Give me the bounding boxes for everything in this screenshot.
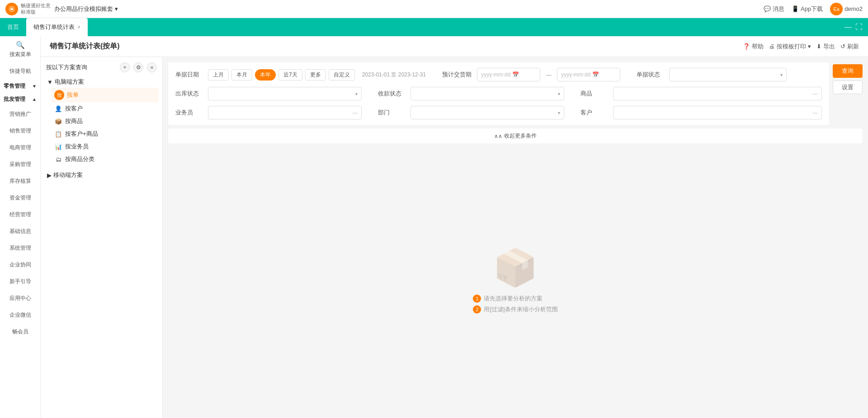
sidebar-item-purchase[interactable]: 采购管理 — [0, 156, 40, 173]
sidebar-item-marketing[interactable]: 营销推广 — [0, 106, 40, 123]
doc-status-arrow-icon: ▾ — [780, 72, 783, 77]
wechat-label: 企业微信 — [9, 311, 31, 319]
doc-status-label: 单据状态 — [637, 71, 664, 79]
sidebar-item-quicknav[interactable]: 快捷导航 — [0, 63, 40, 80]
left-panel-title: 按以下方案查询 — [46, 63, 87, 71]
message-icon: 💬 — [764, 5, 771, 12]
date-btn-this-month[interactable]: 本月 — [231, 69, 252, 81]
empty-tip-1: 1 请先选择要分析的方案 — [473, 294, 557, 303]
body-layout: 按以下方案查询 + ⚙ « ▼ 电脑端方案 按 按单 — [41, 57, 868, 418]
empty-state: 📦 1 请先选择要分析的方案 2 用[过滤]条件来缩小分析范围 — [168, 147, 863, 413]
inventory-label: 库存核算 — [9, 177, 31, 185]
goods-input[interactable]: ··· — [613, 87, 822, 100]
user-menu[interactable]: Ea demo2 — [830, 3, 863, 15]
tree-icon-category: 🗂 — [54, 155, 62, 163]
date-label: 单据日期 — [175, 71, 203, 79]
date-separator: — — [546, 71, 552, 78]
sidebar-item-operations[interactable]: 经营管理 — [0, 206, 40, 223]
maximize-icon[interactable]: ⛶ — [855, 23, 863, 31]
help-label: 帮助 — [752, 43, 764, 51]
tree-item-by-order[interactable]: 按 按单 — [52, 88, 159, 102]
sidebar-item-sales[interactable]: 销售管理 — [0, 123, 40, 139]
tab-close-icon[interactable]: × — [77, 24, 80, 30]
tree-parent-mobile[interactable]: ▶ 移动端方案 — [44, 169, 159, 181]
sidebar-item-ecommerce[interactable]: 电商管理 — [0, 139, 40, 156]
left-panel-actions: + ⚙ « — [120, 62, 157, 72]
add-scheme-button[interactable]: + — [120, 62, 130, 72]
delivery-status-select[interactable]: ▾ — [208, 87, 362, 100]
export-button[interactable]: ⬇ 导出 — [816, 43, 835, 51]
sidebar-item-search[interactable]: 🔍 搜索菜单 — [0, 36, 40, 63]
tab-sales-order[interactable]: 销售订单统计表 × — [26, 18, 88, 36]
date-btn-more[interactable]: 更多 — [305, 69, 326, 81]
tree-item-by-customer-goods[interactable]: 📋 按客户+商品 — [52, 128, 159, 140]
sidebar-section-retail[interactable]: 零售管理 ▼ — [0, 80, 40, 93]
tree-item-by-customer[interactable]: 👤 按客户 — [52, 102, 159, 115]
tree-item-by-goods[interactable]: 📦 按商品 — [52, 115, 159, 128]
date-range-display: 2023-01-01 至 2023-12-31 — [362, 71, 426, 79]
sidebar-item-wechat[interactable]: 企业微信 — [0, 307, 40, 323]
sidebar-item-member[interactable]: 畅会员 — [0, 323, 40, 340]
expected-date-start[interactable]: yyyy-mm-dd 📅 — [477, 68, 540, 81]
tree-item-by-salesman[interactable]: 📊 按业务员 — [52, 140, 159, 153]
goods-more-icon: ··· — [812, 90, 818, 97]
date-btn-7days[interactable]: 近7天 — [278, 69, 302, 81]
tree-item-by-category[interactable]: 🗂 按商品分类 — [52, 153, 159, 166]
salesman-label: 业务员 — [175, 109, 203, 117]
collapse-panel-button[interactable]: « — [147, 62, 157, 72]
tree-item-by-customer-goods-label: 按客户+商品 — [65, 130, 98, 138]
salesman-input[interactable]: ··· — [208, 106, 362, 119]
sidebar-item-enterprise[interactable]: 企业协同 — [0, 256, 40, 273]
company-selector[interactable]: 办公用品行业模拟账套 ▾ — [54, 5, 118, 13]
sidebar-item-system[interactable]: 系统管理 — [0, 240, 40, 256]
sales-label: 销售管理 — [9, 127, 31, 135]
minimize-icon[interactable]: — — [844, 23, 852, 31]
retail-arrow-icon: ▼ — [32, 84, 37, 89]
logo-icon — [5, 3, 18, 15]
collapse-label: 收起更多条件 — [504, 132, 537, 140]
dept-select[interactable]: ▾ — [410, 106, 564, 119]
sidebar-item-newbie[interactable]: 新手引导 — [0, 273, 40, 290]
tree-parent-label: 电脑端方案 — [55, 78, 84, 86]
doc-status-select[interactable]: ▾ — [669, 68, 787, 81]
search-icon: 🔍 — [16, 41, 25, 49]
date-btn-last-month[interactable]: 上月 — [208, 69, 229, 81]
expected-date-end[interactable]: yyyy-mm-dd 📅 — [557, 68, 620, 81]
date-btn-this-year[interactable]: 本年 — [255, 69, 276, 81]
app-download-button[interactable]: 📱 App下载 — [792, 5, 823, 13]
customer-input[interactable]: ··· — [613, 106, 822, 119]
sidebar-item-finance[interactable]: 资金管理 — [0, 190, 40, 206]
template-print-button[interactable]: 🖨 按模板打印 ▾ — [769, 43, 811, 51]
sidebar-item-appcenter[interactable]: 应用中心 — [0, 290, 40, 307]
system-label: 系统管理 — [9, 244, 31, 252]
page-actions: ❓ 帮助 🖨 按模板打印 ▾ ⬇ 导出 ↺ 刷新 — [743, 43, 859, 56]
finance-label: 资金管理 — [9, 194, 31, 202]
tree-parent-pc[interactable]: ▼ 电脑端方案 — [44, 76, 159, 88]
query-button[interactable]: 查询 — [833, 64, 863, 78]
edit-scheme-button[interactable]: ⚙ — [133, 62, 143, 72]
chevron-down-icon: ▾ — [115, 5, 118, 12]
help-button[interactable]: ❓ 帮助 — [743, 43, 764, 51]
main-layout: 🔍 搜索菜单 快捷导航 零售管理 ▼ 批发管理 ▲ 营销推广 销售管理 电商管理… — [0, 36, 868, 418]
message-button[interactable]: 💬 消息 — [764, 5, 784, 13]
settings-button[interactable]: 设置 — [833, 81, 863, 94]
avatar: Ea — [830, 3, 843, 15]
purchase-label: 采购管理 — [9, 161, 31, 168]
logo-area: 畅捷通好生意 标准版 — [5, 3, 51, 15]
top-bar-left: 畅捷通好生意 标准版 办公用品行业模拟账套 ▾ — [5, 3, 118, 15]
enterprise-label: 企业协同 — [9, 261, 31, 269]
date-btn-custom[interactable]: 自定义 — [329, 69, 355, 81]
tip-num-1: 1 — [473, 294, 481, 303]
sidebar-item-basic[interactable]: 基础信息 — [0, 223, 40, 240]
sidebar-section-wholesale[interactable]: 批发管理 ▲ — [0, 93, 40, 106]
filter-area: 单据日期 上月 本月 本年 近7天 更多 自定义 2023-01-01 至 20… — [168, 62, 829, 125]
sidebar-item-inventory[interactable]: 库存核算 — [0, 173, 40, 190]
username: demo2 — [844, 5, 863, 12]
tab-home[interactable]: 首页 — [0, 18, 26, 36]
payment-status-select[interactable]: ▾ — [410, 87, 564, 100]
collapse-button[interactable]: ∧∧ 收起更多条件 — [494, 132, 537, 140]
company-name: 办公用品行业模拟账套 — [54, 5, 113, 13]
sidebar: 🔍 搜索菜单 快捷导航 零售管理 ▼ 批发管理 ▲ 营销推广 销售管理 电商管理… — [0, 36, 41, 418]
refresh-button[interactable]: ↺ 刷新 — [840, 43, 859, 51]
tree-icon-customer: 👤 — [54, 104, 62, 113]
